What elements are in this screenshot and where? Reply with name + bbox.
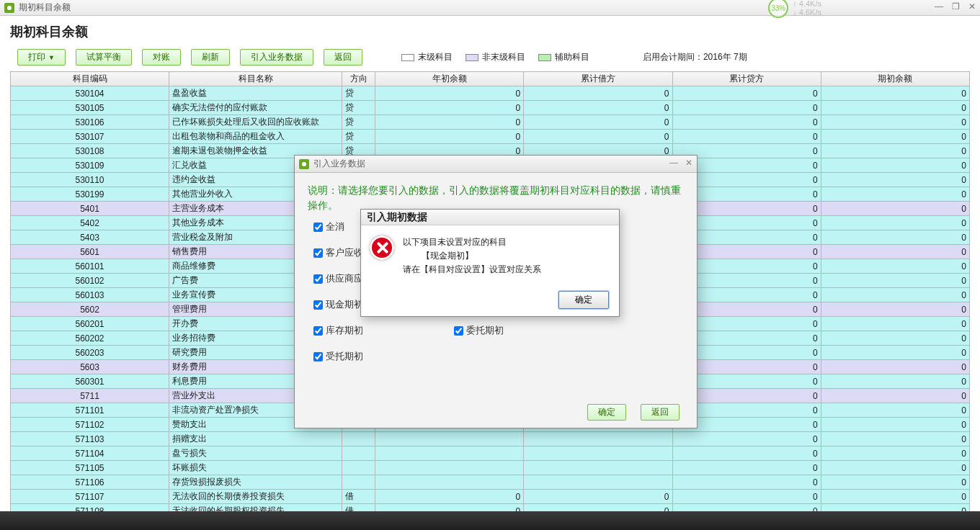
- legend-swatch-last: [401, 54, 414, 61]
- page-title: 期初科目余额: [10, 23, 970, 40]
- chevron-down-icon: ▼: [48, 54, 55, 61]
- dialog-lock-icon: [299, 159, 309, 169]
- grid-header-cell[interactable]: 年初余额: [375, 72, 524, 86]
- check-consign[interactable]: 委托期初: [454, 324, 573, 337]
- alert-title[interactable]: 引入期初数据: [361, 210, 619, 225]
- table-row[interactable]: 571106存货毁损报废损失00: [11, 475, 970, 490]
- import-dialog-title: 引入业务数据: [313, 158, 365, 170]
- grid-header-cell[interactable]: 累计贷方: [672, 72, 821, 86]
- legend-swatch-nonlast: [466, 54, 478, 61]
- net-percent: 33%: [768, 0, 788, 18]
- grid-header-cell[interactable]: 期初余额: [821, 72, 969, 86]
- dialog-close-icon[interactable]: ✕: [685, 158, 692, 168]
- network-monitor: 33% ↑ 4.4K/s ↓ 4.6K/s: [768, 0, 821, 18]
- table-row[interactable]: 571105坏账损失00: [11, 461, 970, 475]
- window-title: 期初科目余额: [19, 1, 71, 14]
- table-row[interactable]: 530106已作坏账损失处理后又收回的应收账款贷0000: [11, 115, 970, 130]
- net-up: ↑ 4.4K/s: [793, 0, 821, 8]
- table-row[interactable]: 530104盘盈收益贷0000: [11, 86, 970, 101]
- alert-message: 以下项目未设置对应的科目 【现金期初】 请在【科目对应设置】设置对应关系: [403, 235, 541, 277]
- grid-header-cell[interactable]: 科目编码: [11, 72, 169, 86]
- maximize-icon[interactable]: ❐: [952, 1, 960, 12]
- grid-header-cell[interactable]: 科目名称: [169, 72, 342, 86]
- table-row[interactable]: 571104盘亏损失00: [11, 446, 970, 461]
- import-dialog-back-button[interactable]: 返回: [641, 404, 680, 421]
- legend: 末级科目 非末级科目 辅助科目: [401, 51, 589, 63]
- import-dialog-ok-button[interactable]: 确定: [587, 404, 626, 421]
- grid-header-row: 科目编码科目名称方向年初余额累计借方累计贷方期初余额: [11, 72, 970, 86]
- grid-header-cell[interactable]: 方向: [342, 72, 375, 86]
- alert-dialog: 引入期初数据 以下项目未设置对应的科目 【现金期初】 请在【科目对应设置】设置对…: [360, 209, 620, 317]
- toolbar: 打印 ▼ 试算平衡 对账 刷新 引入业务数据 返回 末级科目 非末级科目 辅助科…: [0, 46, 980, 71]
- refresh-button[interactable]: 刷新: [191, 49, 230, 66]
- trial-balance-button[interactable]: 试算平衡: [76, 49, 132, 66]
- alert-ok-button[interactable]: 确定: [558, 291, 609, 309]
- error-icon: [370, 235, 394, 260]
- net-down: ↓ 4.6K/s: [793, 8, 821, 17]
- legend-swatch-aux: [538, 54, 551, 61]
- back-button[interactable]: 返回: [324, 49, 362, 66]
- app-icon: [4, 3, 14, 13]
- table-row[interactable]: 530105确实无法偿付的应付账款贷0000: [11, 101, 970, 115]
- print-button[interactable]: 打印 ▼: [17, 49, 66, 66]
- grid-header-cell[interactable]: 累计借方: [524, 72, 672, 86]
- table-row[interactable]: 571107无法收回的长期债券投资损失借0000: [11, 490, 970, 504]
- close-icon[interactable]: ✕: [968, 1, 976, 12]
- import-dialog-titlebar[interactable]: 引入业务数据 — ✕: [295, 156, 697, 173]
- check-stock[interactable]: 库存期初: [313, 324, 432, 337]
- outer-titlebar: 期初科目余额 33% ↑ 4.4K/s ↓ 4.6K/s — ❐ ✕: [0, 0, 980, 16]
- table-row[interactable]: 530107出租包装物和商品的租金收入贷0000: [11, 130, 970, 144]
- reconcile-button[interactable]: 对账: [142, 49, 181, 66]
- minimize-icon[interactable]: —: [935, 1, 943, 12]
- window-controls: — ❐ ✕: [935, 1, 976, 12]
- os-taskbar[interactable]: [0, 511, 980, 530]
- import-business-data-button[interactable]: 引入业务数据: [240, 49, 313, 66]
- dialog-minimize-icon[interactable]: —: [669, 158, 678, 168]
- period-label: 启用会计期间：2016年 7期: [643, 51, 747, 63]
- check-entrust[interactable]: 受托期初: [313, 350, 432, 363]
- table-row[interactable]: 571103捐赠支出00: [11, 432, 970, 446]
